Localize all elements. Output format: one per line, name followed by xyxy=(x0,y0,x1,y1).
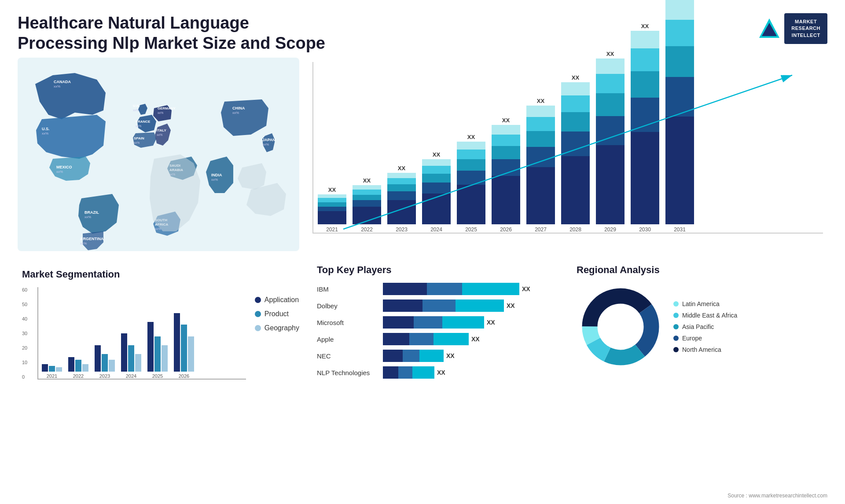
seg-bar-group-2023: 2023 xyxy=(95,345,115,379)
bottom-right: Top Key Players IBM XX xyxy=(308,260,827,383)
player-nec: NEC XX xyxy=(317,350,559,362)
growth-bars: XX 2021 XX xyxy=(312,62,823,234)
page-title: Healthcare Natural Language Processing N… xyxy=(18,13,326,53)
seg-bar-group-2024: 2024 xyxy=(121,333,141,379)
source-text: Source : www.marketresearchintellect.com xyxy=(727,493,827,499)
legend-dot-geography xyxy=(255,325,261,331)
svg-text:ITALY: ITALY xyxy=(157,128,166,132)
svg-text:xx%: xx% xyxy=(211,178,218,182)
bar-2026: XX 2026 xyxy=(492,117,520,233)
svg-text:xx%: xx% xyxy=(157,133,162,136)
player-nlp-tech: NLP Technologies XX xyxy=(317,366,559,379)
bar-2021: XX 2021 xyxy=(318,186,346,233)
svg-text:xx%: xx% xyxy=(80,241,87,245)
legend-latin-america: Latin America xyxy=(673,300,737,307)
legend-dot-application xyxy=(255,297,261,303)
segmentation-content: 60 50 40 30 20 10 0 xyxy=(22,287,299,380)
key-players-section: Top Key Players IBM XX xyxy=(312,260,563,383)
svg-point-43 xyxy=(601,307,640,347)
bar-2023: XX 2023 xyxy=(387,165,416,233)
legend-north-america: North America xyxy=(673,346,737,353)
bar-2025: XX 2025 xyxy=(457,134,485,233)
key-players-title: Top Key Players xyxy=(317,264,559,276)
segmentation-legend: Application Product Geography xyxy=(255,287,299,332)
svg-text:xx%: xx% xyxy=(84,215,91,219)
player-ibm: IBM XX xyxy=(317,283,559,295)
legend-asia-pacific: Asia Pacific xyxy=(673,323,737,330)
seg-bar-group-2022: 2022 xyxy=(68,357,88,379)
y-axis: 60 50 40 30 20 10 0 xyxy=(22,287,27,380)
world-map: CANADA xx% U.S. xx% MEXICO xx% BRAZIL xx… xyxy=(18,58,304,260)
svg-text:xx%: xx% xyxy=(158,111,163,114)
bar-2028: XX 2028 xyxy=(561,74,590,233)
svg-text:MEXICO: MEXICO xyxy=(56,165,72,169)
svg-text:CHINA: CHINA xyxy=(232,106,245,110)
svg-text:xx%: xx% xyxy=(262,142,269,146)
page-header: Healthcare Natural Language Processing N… xyxy=(0,0,845,58)
svg-text:xx%: xx% xyxy=(54,84,60,88)
bar-chart-section: XX 2021 XX xyxy=(308,58,827,260)
seg-bar-group-2021: 2021 xyxy=(42,364,62,379)
svg-text:JAPAN: JAPAN xyxy=(262,138,276,142)
bar-2031: XX 2031 xyxy=(665,0,694,233)
player-microsoft: Microsoft XX xyxy=(317,316,559,329)
regional-title: Regional Analysis xyxy=(577,264,819,276)
legend-middle-east-africa: Middle East & Africa xyxy=(673,312,737,319)
svg-text:U.S.: U.S. xyxy=(42,127,50,131)
regional-legend: Latin America Middle East & Africa Asia … xyxy=(673,300,737,353)
seg-bar-group-2025: 2025 xyxy=(147,322,168,379)
logo-icon xyxy=(757,17,782,41)
seg-bar-group-2026: 2026 xyxy=(174,313,194,379)
svg-text:SPAIN: SPAIN xyxy=(134,136,144,140)
svg-text:GERMANY: GERMANY xyxy=(158,106,176,110)
legend-dot-product xyxy=(255,311,261,317)
bar-2022: XX 2022 xyxy=(353,177,381,233)
legend-europe: Europe xyxy=(673,335,737,342)
svg-text:BRAZIL: BRAZIL xyxy=(84,210,99,215)
svg-text:CANADA: CANADA xyxy=(54,80,71,84)
donut-chart xyxy=(577,283,665,371)
svg-text:xx%: xx% xyxy=(56,170,63,174)
players-list: IBM XX Dolbey xyxy=(317,283,559,379)
legend-item-geography: Geography xyxy=(255,324,299,332)
bar-2030: XX 2030 xyxy=(631,23,659,233)
legend-item-application: Application xyxy=(255,296,299,304)
svg-text:xx%: xx% xyxy=(136,124,141,128)
seg-bars: 2021 2022 xyxy=(37,287,246,380)
player-dolbey: Dolbey XX xyxy=(317,299,559,312)
legend-item-product: Product xyxy=(255,310,299,318)
regional-analysis-section: Regional Analysis xyxy=(572,260,823,383)
svg-text:xx%: xx% xyxy=(134,141,140,144)
svg-text:U.K.: U.K. xyxy=(133,104,140,108)
bar-2027: XX 2027 xyxy=(526,98,555,233)
player-apple: Apple XX xyxy=(317,333,559,345)
svg-text:ARGENTINA: ARGENTINA xyxy=(80,237,104,241)
segmentation-section: Market Segmentation 60 50 40 30 20 10 0 xyxy=(18,264,304,384)
logo-text: MARKET RESEARCH INTELLECT xyxy=(784,13,827,44)
svg-text:xx%: xx% xyxy=(42,131,48,135)
svg-text:INDIA: INDIA xyxy=(211,173,222,177)
svg-text:xx%: xx% xyxy=(133,109,139,112)
bar-2024: XX 2024 xyxy=(422,151,451,233)
logo: MARKET RESEARCH INTELLECT xyxy=(757,13,827,44)
bar-2029: XX 2029 xyxy=(596,51,625,233)
segmentation-title: Market Segmentation xyxy=(22,269,299,280)
svg-text:FRANCE: FRANCE xyxy=(136,120,151,124)
svg-text:xx%: xx% xyxy=(232,111,239,115)
regional-content: Latin America Middle East & Africa Asia … xyxy=(577,283,819,371)
